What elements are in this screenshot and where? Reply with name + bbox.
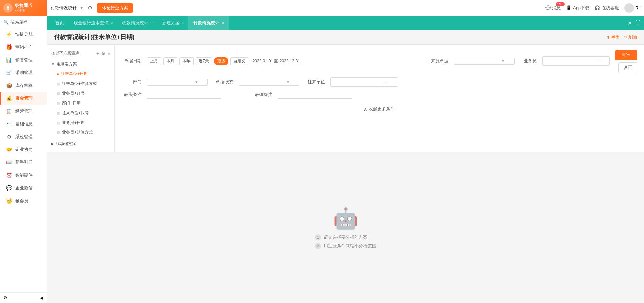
scheme-panel: 按以下方案查询 + ⚙ « ▼ 电脑端方案 ●往来单位+日期▦往来单位+结算方式… bbox=[47, 45, 115, 152]
scheme-item-staff-account[interactable]: ▦业务员+账号 bbox=[47, 89, 114, 98]
collapse-conditions-button[interactable]: ∧ 收起更多条件 bbox=[121, 103, 637, 115]
search-menu[interactable]: 🔍 搜索菜单 bbox=[0, 16, 47, 28]
staff-label: 业务员 bbox=[520, 58, 537, 64]
scheme-collapse-icon[interactable]: « bbox=[108, 51, 110, 56]
scheme-item-staff-settle[interactable]: ▦业务员+结算方式 bbox=[47, 128, 114, 138]
staff-ellipsis[interactable]: ··· bbox=[595, 58, 600, 64]
voucher-status-select[interactable]: ▼ bbox=[239, 79, 299, 86]
fullscreen-icon[interactable]: ⛶ bbox=[635, 20, 641, 26]
scheme-item-dept-date[interactable]: ▦部门+日期 bbox=[47, 98, 114, 108]
sidebar-item-quick-nav[interactable]: ⚡快捷导航 bbox=[0, 28, 47, 41]
scheme-item-label-unit-date: 往来单位+日期 bbox=[61, 71, 88, 77]
sidebar-item-inventory[interactable]: 📦库存核算 bbox=[0, 79, 47, 92]
user-menu[interactable]: Rit bbox=[624, 3, 641, 13]
export-icon: ⬆ bbox=[606, 35, 610, 40]
partner-select[interactable]: ··· bbox=[330, 77, 398, 87]
tab-label-home: 首页 bbox=[55, 20, 64, 26]
tab-receipt-stats[interactable]: 收款情况统计× bbox=[117, 16, 157, 30]
staff-select[interactable]: ··· bbox=[542, 56, 610, 66]
tab-new-scheme[interactable]: 新建方案× bbox=[157, 16, 188, 30]
query-button[interactable]: 查询 bbox=[615, 50, 637, 60]
date-last-month[interactable]: 上月 bbox=[147, 57, 161, 65]
refresh-button[interactable]: ↻ 刷新 bbox=[623, 34, 637, 40]
scheme-item-unit-account[interactable]: ▦往来单位+账号 bbox=[47, 108, 114, 118]
online-service-button[interactable]: 🎧 在线客服 bbox=[595, 5, 619, 11]
source-label: 来源单据 bbox=[428, 58, 448, 64]
date-more[interactable]: 更多 bbox=[214, 57, 228, 65]
tab-label-bank-flow: 现金银行流水查询 bbox=[74, 20, 109, 26]
table-header-label: 表头备注 bbox=[121, 92, 142, 98]
tabs-bar: 首页现金银行流水查询×收款情况统计×新建方案×付款情况统计× ✕ ⛶ bbox=[47, 16, 644, 30]
trial-button[interactable]: 体验行业方案 bbox=[97, 3, 133, 13]
sidebar-item-finance[interactable]: 💰资金管理 bbox=[0, 92, 47, 105]
sidebar-item-operation[interactable]: 📋经营管理 bbox=[0, 105, 47, 118]
tab-payment-stats[interactable]: 付款情况统计× bbox=[188, 16, 228, 30]
scheme-item-label-unit-account: 往来单位+账号 bbox=[62, 110, 89, 116]
partner-ellipsis[interactable]: ··· bbox=[384, 79, 388, 85]
table-body-input[interactable] bbox=[278, 91, 352, 99]
sidebar-item-system[interactable]: ⚙系统管理 bbox=[0, 130, 47, 143]
empty-hint-1: 1 请先选择要分析的方案 bbox=[315, 234, 376, 240]
table-header-input[interactable] bbox=[147, 91, 221, 99]
message-button[interactable]: 💬 消息 99+ bbox=[545, 5, 561, 11]
scheme-mobile-arrow: ▶ bbox=[51, 142, 54, 146]
scheme-item-icon-unit-date: ● bbox=[57, 72, 59, 77]
close-tab-icon[interactable]: ✕ bbox=[627, 20, 632, 26]
date-custom[interactable]: 自定义 bbox=[230, 57, 248, 65]
logo-text: 畅捷通巧 标准版 bbox=[15, 3, 32, 13]
sidebar-item-member[interactable]: 👑畅会员 bbox=[0, 194, 47, 207]
export-button[interactable]: ⬆ 导出 bbox=[606, 34, 620, 40]
sidebar-item-sales[interactable]: 📊销售管理 bbox=[0, 54, 47, 66]
topbar: 付款情况统计 ▼ ⚙ 体验行业方案 💬 消息 99+ 📱 App下载 🎧 在线客… bbox=[47, 0, 644, 16]
tab-bank-flow[interactable]: 现金银行流水查询× bbox=[69, 16, 117, 30]
nav-icon-wechat: 💬 bbox=[6, 185, 12, 191]
scheme-item-staff-date[interactable]: ▦业务员+日期 bbox=[47, 118, 114, 128]
nav-label-basic: 基础信息 bbox=[15, 121, 33, 127]
table-body-label: 表体备注 bbox=[252, 92, 272, 98]
empty-hints: 1 请先选择要分析的方案 2 用过滤条件来缩小分析范围 bbox=[315, 234, 376, 249]
app-download-button[interactable]: 📱 App下载 bbox=[566, 5, 589, 11]
sidebar-settings-icon[interactable]: ⚙ bbox=[3, 295, 7, 300]
sidebar-collapse-icon[interactable]: ◀ bbox=[40, 295, 43, 300]
nav-icon-marketing: 🎁 bbox=[6, 44, 12, 50]
tab-home[interactable]: 首页 bbox=[51, 16, 69, 30]
tab-close-new-scheme[interactable]: × bbox=[182, 21, 184, 25]
date-this-year[interactable]: 本年 bbox=[179, 57, 194, 65]
scheme-pc-title[interactable]: ▼ 电脑端方案 bbox=[47, 59, 114, 69]
scheme-item-unit-settle[interactable]: ▦往来单位+结算方式 bbox=[47, 79, 114, 89]
sidebar-item-guide[interactable]: 📖新手引导 bbox=[0, 156, 47, 169]
topbar-gear-icon[interactable]: ⚙ bbox=[86, 3, 94, 12]
app-logo: 6 畅捷通巧 标准版 bbox=[0, 0, 47, 16]
date-this-month[interactable]: 本月 bbox=[163, 57, 177, 65]
tab-close-bank-flow[interactable]: × bbox=[111, 21, 113, 25]
tab-close-receipt-stats[interactable]: × bbox=[150, 21, 152, 25]
sidebar-item-enterprise[interactable]: 🤝企业协同 bbox=[0, 143, 47, 156]
filter-actions: 查询 设置 bbox=[615, 49, 637, 73]
nav-label-guide: 新手引导 bbox=[15, 159, 33, 165]
scheme-settings-icon[interactable]: ⚙ bbox=[101, 51, 106, 56]
source-select[interactable]: ▼ bbox=[454, 58, 515, 65]
settings-button[interactable]: 设置 bbox=[618, 62, 637, 73]
scheme-item-unit-date[interactable]: ●往来单位+日期 bbox=[47, 69, 114, 79]
tab-close-payment-stats[interactable]: × bbox=[222, 21, 224, 25]
sidebar-item-marketing[interactable]: 🎁营销推广 bbox=[0, 41, 47, 54]
date-options: 上月 本月 本年 近7天 更多 自定义 bbox=[147, 57, 248, 65]
scheme-mobile-title[interactable]: ▶ 移动端方案 bbox=[47, 139, 114, 149]
hint-text-2: 用过滤条件来缩小分析范围 bbox=[324, 243, 376, 249]
hint-num-1: 1 bbox=[315, 234, 321, 240]
sidebar-item-basic[interactable]: 🗃基础信息 bbox=[0, 118, 47, 130]
message-icon: 💬 bbox=[545, 5, 551, 10]
nav-icon-inventory: 📦 bbox=[6, 83, 12, 89]
app-label: App下载 bbox=[573, 5, 589, 11]
topbar-dropdown-arrow[interactable]: ▼ bbox=[80, 6, 84, 10]
nav-icon-operation: 📋 bbox=[6, 108, 12, 114]
nav-icon-finance: 💰 bbox=[6, 95, 12, 101]
sidebar-item-wechat[interactable]: 💬企业微信 bbox=[0, 182, 47, 194]
nav-icon-purchase: 🛒 bbox=[6, 70, 12, 76]
scheme-add-icon[interactable]: + bbox=[96, 51, 99, 56]
dept-select[interactable]: ▼ bbox=[147, 79, 208, 86]
sidebar-item-hardware[interactable]: ⏰智能硬件 bbox=[0, 169, 47, 182]
scheme-item-icon-staff-settle: ▦ bbox=[57, 130, 60, 135]
sidebar-item-purchase[interactable]: 🛒采购管理 bbox=[0, 66, 47, 79]
date-last-7days[interactable]: 近7天 bbox=[196, 57, 212, 65]
